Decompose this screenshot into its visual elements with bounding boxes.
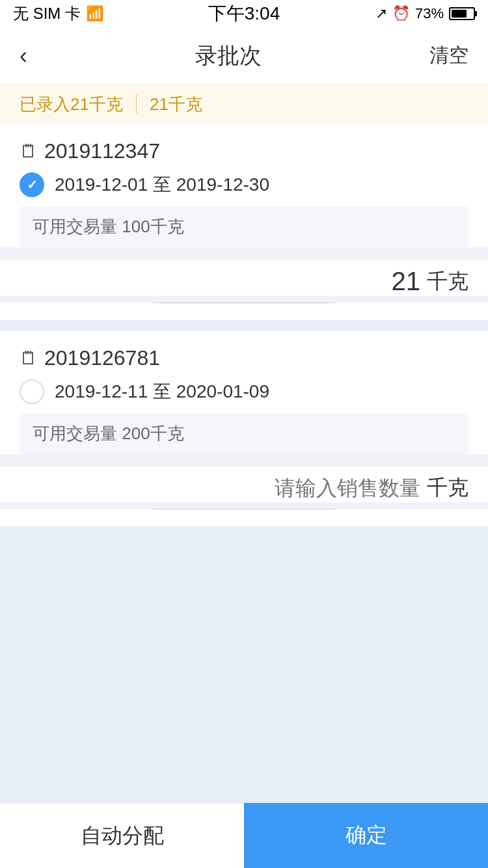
batch1-avail: 可用交易量 100千克 — [20, 206, 468, 247]
batch2-input-unit: 千克 — [427, 474, 468, 502]
batch1-underline — [153, 303, 335, 303]
auto-distribute-button[interactable]: 自动分配 — [0, 803, 244, 868]
batch2-row[interactable]: 2019-12-11 至 2020-01-09 — [20, 379, 468, 404]
battery-percent: 73% — [415, 5, 444, 22]
batch2-card: 🗒 2019126781 2019-12-11 至 2020-01-09 可用交… — [0, 331, 488, 454]
batch1-qty-value: 21 — [392, 267, 421, 296]
summary-value: 21千克 — [150, 93, 202, 116]
batch2-avail: 可用交易量 200千克 — [20, 413, 468, 454]
confirm-button[interactable]: 确定 — [244, 803, 488, 868]
nav-bar: ‹ 录批次 清空 — [0, 27, 488, 85]
carrier-text: 无 SIM 卡 — [13, 3, 81, 24]
back-button[interactable]: ‹ — [20, 42, 27, 70]
status-bar: 无 SIM 卡 📶 下午3:04 ↗ ⏰ 73% — [0, 0, 488, 27]
status-bar-right: ↗ ⏰ 73% — [375, 5, 475, 22]
battery-tip — [475, 11, 477, 16]
battery-bar — [449, 7, 475, 20]
summary-bar: 已录入21千克 21千克 — [0, 85, 488, 124]
batch1-underline-container — [0, 303, 488, 320]
summary-label: 已录入21千克 — [20, 93, 123, 116]
batch2-header: 🗒 2019126781 — [20, 346, 468, 370]
batch1-card: 🗒 2019112347 ✓ 2019-12-01 至 2019-12-30 可… — [0, 124, 488, 247]
summary-divider — [136, 94, 137, 114]
battery-fill — [452, 10, 467, 18]
status-bar-time: 下午3:04 — [208, 1, 280, 26]
page-title: 录批次 — [195, 41, 262, 71]
batch1-radio[interactable]: ✓ — [20, 172, 44, 197]
bottom-buttons: 自动分配 确定 — [0, 803, 488, 868]
gray-area — [0, 526, 488, 845]
batch2-underline-container — [0, 509, 488, 526]
alarm-icon: ⏰ — [392, 5, 410, 22]
batch2-icon: 🗒 — [20, 347, 38, 369]
batch1-header: 🗒 2019112347 — [20, 139, 468, 163]
batch1-qty-row: 21 千克 — [0, 260, 488, 296]
status-bar-left: 无 SIM 卡 📶 — [13, 3, 103, 24]
batch1-row[interactable]: ✓ 2019-12-01 至 2019-12-30 — [20, 172, 468, 197]
batch1-qty-unit: 千克 — [427, 267, 468, 296]
batch2-date: 2019-12-11 至 2020-01-09 — [55, 379, 269, 404]
batch1-id: 2019112347 — [44, 139, 160, 163]
batch1-date: 2019-12-01 至 2019-12-30 — [55, 172, 269, 197]
wifi-icon: 📶 — [86, 5, 103, 22]
clear-button[interactable]: 清空 — [429, 42, 468, 69]
batch2-underline — [153, 509, 335, 509]
check-icon: ✓ — [27, 177, 38, 193]
batch2-id: 2019126781 — [44, 346, 160, 370]
batch2-input-row[interactable]: 千克 — [0, 467, 488, 502]
location-icon: ↗ — [375, 5, 387, 22]
batch1-icon: 🗒 — [20, 141, 38, 162]
section-divider — [0, 320, 488, 331]
batch2-qty-input[interactable] — [20, 476, 420, 500]
batch2-radio[interactable] — [20, 379, 44, 404]
